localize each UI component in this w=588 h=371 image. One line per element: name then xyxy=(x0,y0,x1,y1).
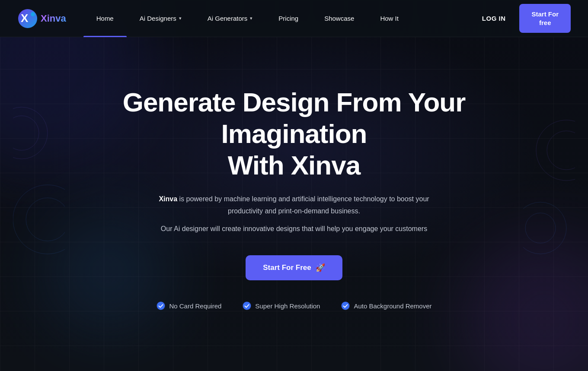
brand-name: Xinva xyxy=(41,13,66,24)
chevron-down-icon: ▾ xyxy=(179,16,182,21)
hero-section: Generate Design From Your Imagination Wi… xyxy=(0,0,588,371)
nav-item-showcase[interactable]: Showcase xyxy=(311,0,367,37)
chevron-down-icon: ▾ xyxy=(250,16,252,21)
login-button[interactable]: LOG IN xyxy=(475,11,513,25)
hero-subtitle-2: Our Ai designer will create innovative d… xyxy=(143,223,445,235)
check-circle-icon xyxy=(242,301,252,311)
check-circle-icon xyxy=(341,301,350,311)
start-for-free-button-nav[interactable]: Start Forfree xyxy=(519,4,571,33)
nav-item-how-it[interactable]: How It xyxy=(367,0,412,37)
brand-logo[interactable]: X Xinva xyxy=(17,8,66,29)
start-for-free-button-hero[interactable]: Start For Free 🚀 xyxy=(246,255,342,280)
badge-bg-remover: Auto Background Remover xyxy=(341,301,431,311)
hero-content: Generate Design From Your Imagination Wi… xyxy=(99,86,489,311)
nav-item-ai-generators[interactable]: Ai Generators ▾ xyxy=(195,0,266,37)
badge-high-res: Super High Resolution xyxy=(242,301,320,311)
svg-point-2 xyxy=(31,12,35,16)
nav-item-home[interactable]: Home xyxy=(83,0,127,37)
nav-links: Home Ai Designers ▾ Ai Generators ▾ Pric… xyxy=(83,0,475,37)
navbar: X Xinva Home Ai Designers ▾ Ai Generator… xyxy=(0,0,588,37)
hero-badges: No Card Required Super High Resolution A… xyxy=(99,301,489,311)
nav-item-ai-designers[interactable]: Ai Designers ▾ xyxy=(127,0,195,37)
nav-right: LOG IN Start Forfree xyxy=(475,4,571,33)
svg-text:X: X xyxy=(21,12,29,25)
check-circle-icon xyxy=(156,301,166,311)
nav-item-pricing[interactable]: Pricing xyxy=(265,0,311,37)
rocket-icon: 🚀 xyxy=(316,263,325,273)
badge-no-card: No Card Required xyxy=(156,301,221,311)
hero-subtitle-1: Xinva is powered by machine learning and… xyxy=(143,193,445,216)
hero-title: Generate Design From Your Imagination Wi… xyxy=(99,86,489,181)
